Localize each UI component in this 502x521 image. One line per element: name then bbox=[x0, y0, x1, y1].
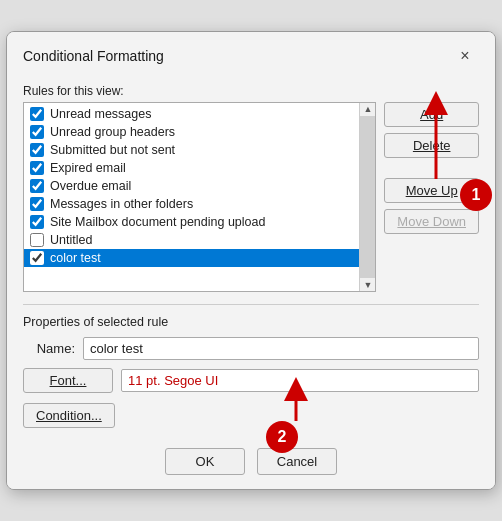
scroll-track bbox=[360, 116, 375, 278]
name-row: Name: bbox=[23, 337, 479, 360]
rule-item[interactable]: Submitted but not sent bbox=[24, 141, 359, 159]
rule-item[interactable]: color test bbox=[24, 249, 359, 267]
condition-row: Condition... bbox=[23, 403, 479, 428]
delete-button[interactable]: Delete bbox=[384, 133, 479, 158]
separator bbox=[23, 304, 479, 305]
rules-label: Rules for this view: bbox=[23, 84, 479, 98]
badge-2: 2 bbox=[266, 421, 298, 453]
font-row: Font... 11 pt. Segoe UI bbox=[23, 368, 479, 393]
properties-title: Properties of selected rule bbox=[23, 315, 479, 329]
rule-item[interactable]: Unread messages bbox=[24, 105, 359, 123]
name-label: Name: bbox=[23, 341, 75, 356]
rule-item[interactable]: Unread group headers bbox=[24, 123, 359, 141]
scroll-up-arrow[interactable]: ▲ bbox=[363, 104, 372, 114]
font-button[interactable]: Font... bbox=[23, 368, 113, 393]
title-bar: Conditional Formatting × bbox=[7, 32, 495, 76]
badge-1: 1 bbox=[460, 179, 492, 211]
rules-list: Unread messagesUnread group headersSubmi… bbox=[24, 103, 359, 291]
dialog-title: Conditional Formatting bbox=[23, 48, 164, 64]
rule-item[interactable]: Untitled bbox=[24, 231, 359, 249]
close-button[interactable]: × bbox=[451, 42, 479, 70]
rules-area: Unread messagesUnread group headersSubmi… bbox=[23, 102, 479, 292]
dialog-footer: OK Cancel bbox=[7, 440, 495, 489]
condition-button[interactable]: Condition... bbox=[23, 403, 115, 428]
properties-section: Properties of selected rule Name: Font..… bbox=[23, 315, 479, 428]
rule-item[interactable]: Site Mailbox document pending upload bbox=[24, 213, 359, 231]
scroll-down-arrow[interactable]: ▼ bbox=[363, 280, 372, 290]
move-down-button[interactable]: Move Down bbox=[384, 209, 479, 234]
conditional-formatting-dialog: Conditional Formatting × Rules for this … bbox=[6, 31, 496, 490]
dialog-body: Rules for this view: Unread messagesUnre… bbox=[7, 76, 495, 440]
rule-item[interactable]: Expired email bbox=[24, 159, 359, 177]
ok-button[interactable]: OK bbox=[165, 448, 245, 475]
font-display: 11 pt. Segoe UI bbox=[121, 369, 479, 392]
rule-item[interactable]: Overdue email bbox=[24, 177, 359, 195]
rule-item[interactable]: Messages in other folders bbox=[24, 195, 359, 213]
add-button[interactable]: Add bbox=[384, 102, 479, 127]
name-input[interactable] bbox=[83, 337, 479, 360]
cancel-button[interactable]: Cancel bbox=[257, 448, 337, 475]
